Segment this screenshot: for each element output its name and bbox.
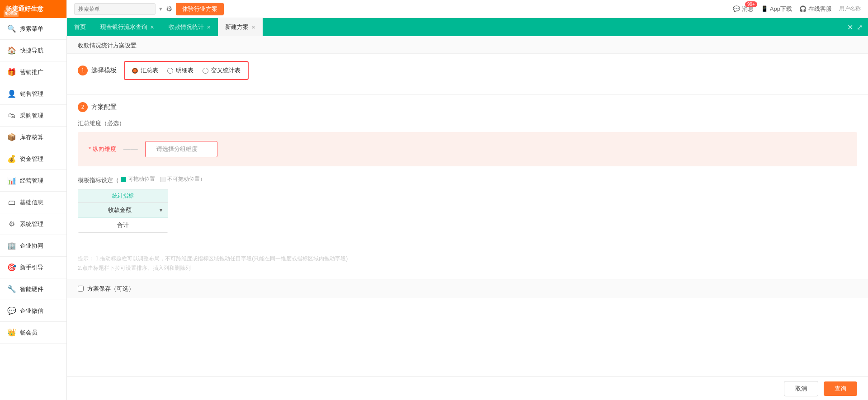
step1-header: 1 选择模板 汇总表 明细表 交叉统计表	[78, 61, 857, 80]
search-menu-icon: 🔍	[7, 24, 16, 33]
sidebar-label-member: 畅会员	[20, 329, 38, 337]
sidebar-label-quick-nav: 快捷导航	[20, 47, 43, 55]
quick-nav-icon: 🏠	[7, 46, 16, 55]
sidebar-item-sales[interactable]: 👤 销售管理	[0, 83, 66, 105]
radio-item-summary[interactable]: 汇总表	[132, 66, 158, 75]
sidebar-item-wechat[interactable]: 💬 企业微信	[0, 300, 66, 322]
sidebar-item-inventory[interactable]: 📦 库存核算	[0, 127, 66, 148]
tab-new-plan[interactable]: 新建方案✕	[218, 18, 263, 36]
sidebar: 畅捷通好生意 标准版 🔍 搜索菜单 🏠 快捷导航 🎁 营销推广 👤 销售管理 🛍…	[0, 0, 67, 400]
metrics-table-row: 收款金额 ▾	[78, 203, 168, 218]
sidebar-item-marketing[interactable]: 🎁 营销推广	[0, 61, 66, 83]
close-window-icon[interactable]: ✕	[847, 23, 853, 32]
non-draggable-indicator	[160, 177, 165, 182]
sidebar-item-quick-nav[interactable]: 🏠 快捷导航	[0, 40, 66, 61]
dimension-select-placeholder: 请选择分组维度	[156, 146, 198, 152]
sidebar-label-operations: 经营管理	[20, 177, 43, 185]
section-template: 1 选择模板 汇总表 明细表 交叉统计表	[67, 54, 868, 94]
save-checkbox[interactable]	[78, 286, 84, 292]
radio-detail[interactable]	[167, 68, 173, 74]
service-label: 在线客服	[808, 5, 832, 13]
sidebar-item-capital[interactable]: 💰 资金管理	[0, 148, 66, 170]
bottom-bar: 取消 查询	[67, 376, 868, 400]
service-wrap[interactable]: 🎧 在线客服	[799, 5, 832, 13]
radio-cross[interactable]	[203, 68, 208, 74]
tip-line-1: 提示： 1.拖动标题栏可以调整布局，不可跨维度或指标区域拖动任目字段(只能在同一…	[78, 254, 857, 264]
wechat-icon: 💬	[7, 306, 16, 315]
cancel-button[interactable]: 取消	[784, 381, 818, 396]
topbar: ▾ ⚙ 体验行业方案 💬 消息 99+ 📱 App下载 🎧 在线客服 用户名称	[67, 0, 868, 18]
radio-group: 汇总表 明细表 交叉统计表	[132, 66, 241, 75]
page-title: 收款情况统计方案设置	[78, 42, 137, 49]
radio-label-cross: 交叉统计表	[211, 66, 241, 75]
search-input[interactable]	[74, 3, 156, 15]
sidebar-item-member[interactable]: 👑 畅会员	[0, 322, 66, 344]
tab-bank-flow[interactable]: 现金银行流水查询✕	[93, 18, 161, 36]
sidebar-label-capital: 资金管理	[20, 155, 43, 163]
tabbar-wrapper: 首页现金银行流水查询✕收款情况统计✕新建方案✕ ✕ ⤢	[67, 18, 868, 36]
sidebar-label-enterprise: 企业协同	[20, 242, 43, 250]
page-title-bar: 收款情况统计方案设置	[67, 36, 868, 54]
topbar-left: ▾ ⚙ 体验行业方案	[74, 3, 224, 15]
purchase-icon: 🛍	[7, 111, 16, 120]
metrics-dropdown-btn[interactable]: ▾	[160, 207, 162, 213]
version-tag: 标准版	[4, 10, 19, 17]
tab-close-new-plan[interactable]: ✕	[251, 25, 255, 30]
radio-summary[interactable]	[132, 68, 138, 74]
metrics-row-label: 收款金额	[84, 206, 156, 214]
message-icon: 💬	[733, 5, 740, 12]
sidebar-item-newbie[interactable]: 🎯 新手引导	[0, 257, 66, 278]
required-star: *	[89, 146, 91, 152]
tab-close-bank-flow[interactable]: ✕	[150, 25, 154, 30]
topbar-right: 💬 消息 99+ 📱 App下载 🎧 在线客服 用户名称	[733, 5, 861, 13]
main-area: ▾ ⚙ 体验行业方案 💬 消息 99+ 📱 App下载 🎧 在线客服 用户名称 …	[67, 0, 868, 400]
radio-item-cross[interactable]: 交叉统计表	[203, 66, 241, 75]
save-option-label: 方案保存（可选）	[87, 285, 134, 293]
tab-collection-stat[interactable]: 收款情况统计✕	[161, 18, 218, 36]
tab-close-collection-stat[interactable]: ✕	[207, 25, 211, 30]
sidebar-item-operations[interactable]: 📊 经营管理	[0, 170, 66, 192]
message-badge-wrap[interactable]: 💬 消息 99+	[733, 5, 754, 13]
radio-item-detail[interactable]: 明细表	[167, 66, 193, 75]
sidebar-label-basic-info: 基础信息	[20, 198, 43, 207]
enterprise-icon: 🏢	[7, 241, 16, 250]
sidebar-label-search-menu: 搜索菜单	[20, 25, 43, 33]
step1-label: 选择模板	[91, 66, 117, 75]
sidebar-item-system[interactable]: ⚙ 系统管理	[0, 213, 66, 235]
sidebar-item-enterprise[interactable]: 🏢 企业协同	[0, 235, 66, 257]
sidebar-item-basic-info[interactable]: 🗃 基础信息	[0, 192, 66, 213]
metrics-table-header: 统计指标	[78, 189, 168, 203]
sidebar-label-sales: 销售管理	[20, 90, 43, 98]
dimension-select[interactable]: 请选择分组维度	[145, 141, 217, 157]
non-draggable-hint: 不可拖动位置）	[160, 175, 205, 183]
query-button[interactable]: 查询	[824, 381, 857, 396]
sidebar-label-newbie: 新手引导	[20, 264, 43, 272]
download-wrap[interactable]: 📱 App下载	[761, 5, 792, 13]
system-icon: ⚙	[7, 220, 16, 229]
inventory-icon: 📦	[7, 133, 16, 142]
expand-window-icon[interactable]: ⤢	[857, 23, 863, 32]
sidebar-item-purchase[interactable]: 🛍 采购管理	[0, 105, 66, 127]
metrics-section: 模板指标设定（ 可拖动位置 不可拖动位置） 统计指标	[78, 175, 857, 234]
settings-gear-icon[interactable]: ⚙	[166, 5, 172, 13]
section-config: 2 方案配置 汇总维度（必选） * 纵向维度 —— 请选择分组维度	[67, 94, 868, 249]
capital-icon: 💰	[7, 155, 16, 164]
sales-icon: 👤	[7, 89, 16, 99]
tab-home[interactable]: 首页	[67, 18, 93, 36]
tabbar-controls: ✕ ⤢	[842, 18, 868, 36]
sidebar-label-purchase: 采购管理	[20, 112, 43, 120]
draggable-hint: 可拖动位置	[121, 175, 155, 183]
metrics-label: 模板指标设定（ 可拖动位置 不可拖动位置）	[78, 175, 857, 184]
sidebar-label-smart-hw: 智能硬件	[20, 285, 43, 293]
industry-btn[interactable]: 体验行业方案	[176, 3, 224, 15]
tips-section: 提示： 1.拖动标题栏可以调整布局，不可跨维度或指标区域拖动任目字段(只能在同一…	[67, 249, 868, 279]
radio-label-detail: 明细表	[176, 66, 193, 75]
sidebar-item-smart-hw[interactable]: 🔧 智能硬件	[0, 278, 66, 300]
dropdown-arrow-icon[interactable]: ▾	[159, 5, 162, 12]
step2-label: 方案配置	[91, 103, 117, 111]
dimension-row: * 纵向维度 —— 请选择分组维度	[89, 141, 846, 157]
draggable-indicator	[121, 177, 126, 182]
sidebar-label-system: 系统管理	[20, 220, 43, 228]
sidebar-item-search-menu[interactable]: 🔍 搜索菜单	[0, 18, 66, 40]
download-icon: 📱	[761, 5, 768, 12]
